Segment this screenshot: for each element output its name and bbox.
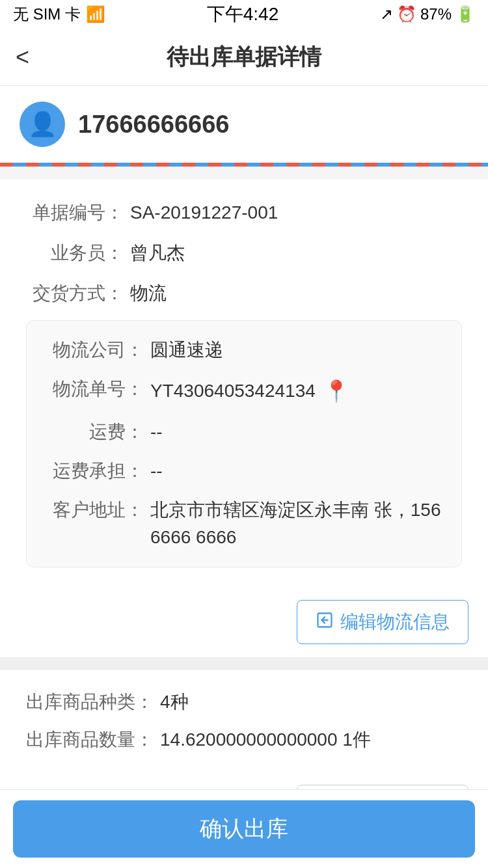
- customer-section: 👤 17666666666: [0, 86, 488, 163]
- goods-types-value: 4种: [160, 690, 462, 714]
- logistics-tracking-label: 物流单号：: [46, 375, 144, 403]
- user-icon: 👤: [28, 111, 57, 138]
- goods-types-label: 出库商品种类：: [26, 690, 154, 714]
- edit-logistics-button[interactable]: 编辑物流信息: [297, 600, 468, 644]
- status-bar-left: 无 SIM 卡 📶: [13, 4, 105, 25]
- sales-person-label: 业务员：: [26, 239, 124, 267]
- customer-address-row: 客户地址： 北京市市辖区海淀区永丰南 张，156 6666 6666: [46, 496, 442, 551]
- goods-quantity-label: 出库商品数量：: [26, 727, 154, 752]
- wifi-icon: 📶: [86, 5, 105, 23]
- delivery-method-row: 交货方式： 物流: [26, 280, 462, 307]
- confirm-button[interactable]: 确认出库: [13, 800, 475, 858]
- bottom-area: 确认出库: [0, 789, 488, 868]
- edit-logistics-label: 编辑物流信息: [340, 610, 450, 634]
- goods-types-row: 出库商品种类： 4种: [26, 690, 462, 714]
- location-pin-icon[interactable]: 📍: [323, 375, 349, 407]
- logistics-company-value: 圆通速递: [150, 336, 442, 364]
- goods-section: 出库商品种类： 4种 出库商品数量： 14.620000000000000 1件: [0, 670, 488, 772]
- goods-quantity-row: 出库商品数量： 14.620000000000000 1件: [26, 727, 462, 752]
- logistics-tracking-row: 物流单号： YT43064053424134 📍: [46, 375, 442, 407]
- status-bar: 无 SIM 卡 📶 下午4:42 ↗ ⏰ 87% 🔋: [0, 0, 488, 29]
- confirm-button-label: 确认出库: [200, 814, 288, 844]
- alarm-icon: ⏰: [397, 5, 416, 23]
- freight-bearer-row: 运费承担： --: [46, 457, 442, 485]
- customer-address-value: 北京市市辖区海淀区永丰南 张，156 6666 6666: [150, 496, 442, 551]
- location-icon: ↗: [380, 5, 393, 23]
- edit-icon: [316, 611, 334, 634]
- dashed-separator: [0, 163, 488, 167]
- freight-bearer-value: --: [150, 457, 442, 485]
- goods-quantity-value: 14.620000000000000 1件: [160, 727, 462, 752]
- logistics-company-label: 物流公司：: [46, 336, 144, 364]
- document-info-section: 单据编号： SA-20191227-001 业务员： 曾凡杰 交货方式： 物流 …: [0, 180, 488, 587]
- customer-address-label: 客户地址：: [46, 496, 144, 524]
- logistics-tracking-value: YT43064053424134 📍: [150, 375, 442, 407]
- status-bar-right: ↗ ⏰ 87% 🔋: [380, 5, 475, 23]
- section-divider: [0, 657, 488, 670]
- freight-value: --: [150, 418, 442, 446]
- sim-text: 无 SIM 卡: [13, 4, 81, 25]
- back-button[interactable]: <: [16, 44, 29, 71]
- freight-label: 运费：: [46, 418, 144, 446]
- document-number-row: 单据编号： SA-20191227-001: [26, 199, 462, 226]
- freight-bearer-label: 运费承担：: [46, 457, 144, 485]
- customer-phone: 17666666666: [78, 111, 229, 139]
- delivery-method-value: 物流: [130, 280, 462, 307]
- logistics-card: 物流公司： 圆通速递 物流单号： YT43064053424134 📍 运费： …: [26, 320, 462, 567]
- battery-icon: 🔋: [455, 5, 475, 23]
- avatar: 👤: [20, 102, 65, 147]
- sales-person-value: 曾凡杰: [130, 239, 462, 267]
- document-number-value: SA-20191227-001: [130, 199, 462, 226]
- document-number-label: 单据编号：: [26, 199, 124, 226]
- delivery-method-label: 交货方式：: [26, 280, 124, 307]
- nav-bar: < 待出库单据详情: [0, 29, 488, 86]
- status-bar-time: 下午4:42: [207, 2, 279, 27]
- page-title: 待出库单据详情: [167, 42, 321, 72]
- sales-person-row: 业务员： 曾凡杰: [26, 239, 462, 267]
- edit-logistics-row: 编辑物流信息: [0, 587, 488, 657]
- freight-row: 运费： --: [46, 418, 442, 446]
- battery-text: 87%: [420, 5, 452, 23]
- logistics-company-row: 物流公司： 圆通速递: [46, 336, 442, 364]
